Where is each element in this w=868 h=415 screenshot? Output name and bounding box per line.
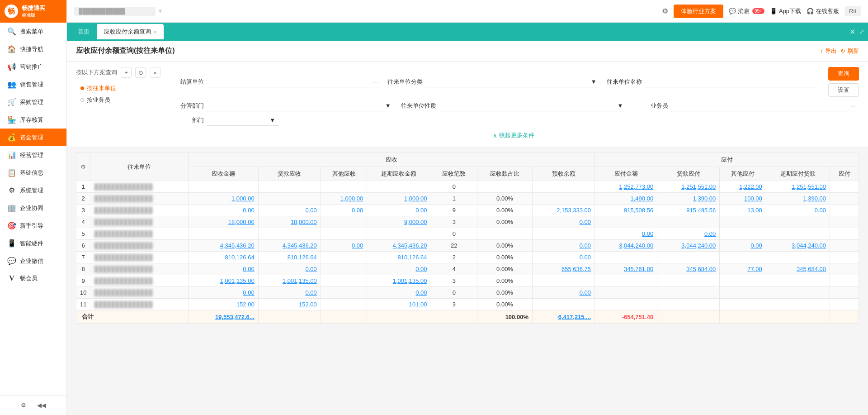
sidebar-settings-button[interactable]: ⚙ — [16, 399, 31, 411]
topbar: ████████████ ▼ ⚙ 体验行业方案 💬 消息 99+ 📱 App下载… — [67, 0, 868, 23]
filter-area: 按以下方案查询 + ⊙ « 按往来单位 按业务员 — [67, 62, 868, 147]
filter-header: 按以下方案查询 + ⊙ « — [76, 67, 160, 78]
table-row: 8██████████████0.000.000.0040.00%655,636… — [76, 263, 859, 275]
th-partner: 往来单位 — [90, 153, 189, 181]
sidebar-item-search[interactable]: 🔍 搜索菜单 — [0, 23, 66, 40]
query-button[interactable]: 查询 — [828, 67, 859, 81]
export-icon: ↑ — [821, 48, 824, 54]
partner-category-select[interactable]: ▼ — [425, 76, 600, 87]
tab-close-icon[interactable]: × — [154, 29, 156, 34]
sidebar-menu: 🔍 搜索菜单 🏠 快捷导航 📢 营销推广 👥 销售管理 🛒 采购管理 🏪 库存核… — [0, 23, 66, 395]
table-row: 6██████████████4,345,436.204,345,436.200… — [76, 240, 859, 252]
partner-nature-select[interactable]: ▼ — [439, 100, 627, 111]
sidebar-item-member[interactable]: V 畅会员 — [0, 270, 66, 287]
refresh-icon: ↻ — [840, 48, 845, 54]
total-recv-amount: 19,553,472,6... — [189, 310, 258, 324]
sidebar-item-sales[interactable]: 👥 销售管理 — [0, 76, 66, 93]
table-row: 1██████████████01,252,773.001,251,551.00… — [76, 181, 859, 193]
sidebar-item-wechat[interactable]: 💬 企业微信 — [0, 252, 66, 270]
total-label: 合计 — [76, 310, 189, 324]
industry-btn[interactable]: 体验行业方案 — [674, 5, 723, 18]
table-row: 2██████████████1,000.001,000.001,000.001… — [76, 193, 859, 205]
sidebar-footer: ⚙ ◀◀ — [0, 395, 66, 415]
headset-icon: 🎧 — [807, 8, 814, 14]
filter-dept: 部门 ▼ — [168, 115, 294, 126]
filter-partner-nature: 往来单位性质 ▼ — [400, 100, 627, 111]
dept-select[interactable]: ▼ — [207, 115, 279, 126]
sysadmin-icon: ⚙ — [7, 186, 16, 195]
search-icon: 🔍 — [7, 27, 16, 36]
filter-actions: 查询 设置 — [825, 67, 859, 97]
scheme-by-salesperson[interactable]: 按业务员 — [76, 94, 160, 106]
content-area: 应收应付余额查询(按往来单位) ↑ 导出 ↻ 刷新 按以 — [67, 41, 868, 415]
data-table: ⚙ 往来单位 应收 应付 应收金额 贷款应收 其他应收 超期应收金额 应收笔数 … — [76, 153, 859, 324]
sidebar-item-finance[interactable]: 💰 资金管理 — [0, 129, 66, 146]
table-row: 10██████████████0.000.000.0000.00%0.00 — [76, 287, 859, 299]
settings-button[interactable]: 设置 — [828, 83, 859, 97]
user-info[interactable]: Rit — [844, 6, 861, 16]
sidebar-item-purchase[interactable]: 🛒 采购管理 — [0, 93, 66, 111]
total-recv-ratio: 100.00% — [477, 310, 533, 324]
notification-icon: 💬 — [729, 8, 736, 14]
th-pay-amount: 应付金额 — [595, 167, 657, 181]
settlement-unit-picker[interactable]: ··· — [373, 78, 377, 85]
table-area: ⚙ 往来单位 应收 应付 应收金额 贷款应收 其他应收 超期应收金额 应收笔数 … — [67, 147, 868, 415]
collapse-scheme-button[interactable]: « — [150, 67, 160, 78]
edit-scheme-button[interactable]: ⊙ — [135, 67, 146, 78]
tab-receivable-query[interactable]: 应收应付余额查询 × — [97, 24, 164, 39]
sidebar-item-inventory[interactable]: 🏪 库存核算 — [0, 111, 66, 129]
sidebar-item-enterprise[interactable]: 🏢 企业协同 — [0, 199, 66, 217]
sidebar-item-quicknav[interactable]: 🏠 快捷导航 — [0, 40, 66, 58]
total-pay-amount: -654,751.40 — [595, 310, 657, 324]
table-row: 5██████████████00.000.00 — [76, 228, 859, 240]
inactive-scheme-dot — [80, 98, 84, 102]
filter-dept-manager: 分管部门 ▼ — [168, 100, 395, 111]
collapse-filter-button[interactable]: ∧ 收起更多条件 — [487, 129, 540, 141]
page-header: 应收应付余额查询(按往来单位) ↑ 导出 ↻ 刷新 — [67, 41, 868, 62]
table-settings-icon[interactable]: ⚙ — [80, 163, 86, 170]
notification-badge: 99+ — [752, 8, 764, 14]
sidebar-item-hardware[interactable]: 📱 智能硬件 — [0, 234, 66, 252]
tab-maximize-icon[interactable]: ⤢ — [859, 28, 864, 35]
th-recv-count: 应收笔数 — [431, 167, 477, 181]
table-row: 4██████████████18,000.0018,000.009,000.0… — [76, 216, 859, 228]
finance-icon: 💰 — [7, 133, 16, 142]
table-row: 7██████████████810,126.64810,126.64810,1… — [76, 252, 859, 263]
table-row: 3██████████████0.000.000.000.0090.00%2,1… — [76, 205, 859, 216]
sidebar-collapse-button[interactable]: ◀◀ — [33, 399, 51, 411]
tab-home[interactable]: 首页 — [71, 24, 97, 39]
partner-name-input[interactable] — [645, 76, 819, 87]
sidebar-item-guide[interactable]: 🎯 新手引导 — [0, 217, 66, 234]
wechat-icon: 💬 — [7, 257, 16, 265]
breadcrumb: ████████████ ▼ — [74, 7, 656, 16]
th-recv-other: 其他应收 — [321, 167, 367, 181]
hardware-icon: 📱 — [7, 239, 16, 248]
sidebar-item-basicinfo[interactable]: 📋 基础信息 — [0, 164, 66, 181]
scheme-by-partner[interactable]: 按往来单位 — [76, 82, 160, 94]
marketing-icon: 📢 — [7, 62, 16, 71]
th-recv-amount: 应收金额 — [189, 167, 258, 181]
th-prepay-balance: 预收余额 — [532, 167, 594, 181]
gear-icon[interactable]: ⚙ — [662, 7, 668, 15]
filter-settlement-unit: 结算单位 ··· — [168, 76, 381, 87]
online-service[interactable]: 🎧 在线客服 — [807, 7, 839, 15]
th-pay-loan: 贷款应付 — [657, 167, 720, 181]
logo-icon: 畅 — [5, 5, 18, 18]
refresh-button[interactable]: ↻ 刷新 — [840, 47, 859, 55]
add-scheme-button[interactable]: + — [121, 67, 132, 78]
operations-icon: 📊 — [7, 151, 16, 159]
sidebar-item-marketing[interactable]: 📢 营销推广 — [0, 58, 66, 76]
export-button[interactable]: ↑ 导出 — [821, 47, 837, 55]
tab-close-window-icon[interactable]: ✕ — [849, 28, 855, 36]
sidebar-item-sysadmin[interactable]: ⚙ 系统管理 — [0, 181, 66, 199]
dept-manager-select[interactable]: ▼ — [207, 100, 395, 111]
sidebar-item-operations[interactable]: 📊 经营管理 — [0, 146, 66, 164]
th-recv-overdue: 超期应收金额 — [367, 167, 431, 181]
app-download[interactable]: 📱 App下载 — [770, 7, 801, 15]
th-recv-loan: 贷款应收 — [258, 167, 321, 181]
tabbar: 首页 应收应付余额查询 × ✕ ⤢ — [67, 23, 868, 41]
salesperson-picker[interactable]: ··· — [850, 102, 855, 109]
sales-icon: 👥 — [7, 80, 16, 89]
th-settings[interactable]: ⚙ — [76, 153, 90, 181]
notifications[interactable]: 💬 消息 99+ — [729, 7, 764, 15]
